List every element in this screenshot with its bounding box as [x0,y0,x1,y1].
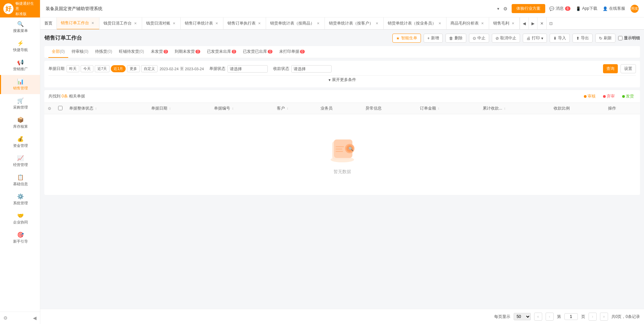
tab-0[interactable]: 首页 [40,17,57,30]
tab-close-3[interactable]: ✕ [172,21,176,26]
sidebar-item-10[interactable]: 🤝企业协同 [0,209,40,228]
filter-tab-3[interactable]: 旺铺待发货(0) [116,46,147,58]
page-number-input[interactable] [564,313,578,320]
sidebar-item-2[interactable]: 📢营销推广 [0,56,40,75]
page-size-select[interactable]: 50 100 200 [514,313,531,320]
date-label: 单据日期 [48,66,65,72]
sidebar-item-5[interactable]: 📦库存核算 [0,113,40,132]
settings-bottom-icon[interactable]: ⚙ [3,315,8,321]
collapse-sidebar-icon[interactable]: ◀ [33,315,37,321]
data-table: ⚙ 单据整体状态 ↕ 单据日期 ↕ 单据编号 ↕ 客户 ↕ 业务员 异常信息 订… [44,103,640,114]
show-detail-checkbox[interactable] [618,36,622,40]
col-checkbox[interactable] [55,103,66,114]
filter-tab-5[interactable]: 到期未发货0 [171,46,204,58]
tab-close-5[interactable]: ✕ [257,21,262,26]
print-btn[interactable]: 🖨 打印 ▾ [523,34,547,43]
sidebar-item-9[interactable]: ⚙️系统管理 [0,190,40,209]
tab-9[interactable]: 商品毛利分析表✕ [446,17,489,30]
delete-btn[interactable]: 🗑 删除 [445,34,466,43]
approve-btn[interactable]: 审核 [582,93,598,100]
filter-tab-1[interactable]: 待审核(0) [68,46,92,58]
tab-4[interactable]: 销售订单统计表✕ [181,17,223,30]
stop-btn[interactable]: ⊙ 中止 [469,34,489,43]
tab-nav-1[interactable]: ▶ [528,17,537,30]
prev-page-btn[interactable]: ‹ [546,313,554,321]
topbar-right: 💬 消息 6 📱 App下载 👤 在线客服 用友 [549,5,639,13]
tab-10[interactable]: 销售毛利✕ [489,17,520,30]
sidebar-item-1[interactable]: ⚡快捷导航 [0,37,40,56]
system-dropdown-icon[interactable]: ▾ [497,6,499,11]
tab-3[interactable]: 钱货日清对账✕ [142,17,181,30]
sidebar-item-8[interactable]: 📋基础信息 [0,171,40,190]
tab-5[interactable]: 销售订单执行表✕ [223,17,266,30]
tab-7[interactable]: 销货单统计表（按客户）✕ [325,17,384,30]
sidebar-item-3[interactable]: 📊销售管理 [0,75,40,94]
tab-8[interactable]: 销货单统计表（按业务员）✕ [384,17,446,30]
tab-close-1[interactable]: ✕ [90,21,95,25]
date-btn-custom[interactable]: 自定义 [141,65,158,72]
status-select[interactable]: 请选择 [227,65,268,73]
industry-btn[interactable]: 体验行业方案 [512,4,545,13]
tab-nav-2[interactable]: ✕ [537,17,546,30]
tab-6[interactable]: 销货单统计表（按商品）✕ [266,17,325,30]
first-page-btn[interactable]: « [534,313,542,321]
show-detail-label[interactable]: 显示明细 [618,35,640,41]
date-btn-7days[interactable]: 近7天 [95,65,110,72]
tab-nav-3[interactable]: ⊡ [546,17,555,30]
sidebar-item-11[interactable]: 🎯新手引导 [0,228,40,247]
last-page-btn[interactable]: » [600,313,608,321]
filter-tab-2[interactable]: 待拣货(0) [92,46,116,58]
filter-tab-0[interactable]: 全部(0) [48,46,68,58]
query-btn[interactable]: 查询 [603,64,618,73]
tab-close-9[interactable]: ✕ [480,21,485,26]
app-download-btn[interactable]: 📱 App下载 [576,6,597,11]
date-btn-1month[interactable]: 近1月 [111,65,126,72]
import-btn[interactable]: ⬇ 导入 [550,34,570,43]
tab-close-4[interactable]: ✕ [214,21,219,26]
filter-tab-4[interactable]: 未发货0 [147,46,172,58]
filter-tab-6[interactable]: 已发货未出库0 [204,46,240,58]
sidebar-item-4[interactable]: 🛒采购管理 [0,94,40,113]
sidebar-item-6[interactable]: 💰资金管理 [0,132,40,152]
online-service-btn[interactable]: 👤 在线客服 [603,6,625,11]
date-btn-yesterday[interactable]: 昨天 [67,65,79,72]
next-page-btn[interactable]: › [589,313,597,321]
tab-close-10[interactable]: ✕ [511,21,515,26]
add-btn[interactable]: + 新增 [424,34,443,43]
tab-1[interactable]: 销售订单工作台✕ [57,17,99,30]
topbar-gear-icon[interactable]: ⚙ [503,6,508,11]
cancel-stop-btn[interactable]: ⊘ 取消中止 [492,34,520,43]
expand-btn[interactable]: ▾ 展开更多条件 [329,77,356,83]
col-settings[interactable]: ⚙ [44,103,55,114]
smart-btn[interactable]: ★ 智能生单 [392,34,421,43]
deliver-btn[interactable]: 发货 [620,93,636,100]
filter-tab-7[interactable]: 已发货已出库0 [240,46,276,58]
tab-close-6[interactable]: ✕ [316,21,320,26]
filter-tab-8[interactable]: 未打印单据0 [276,46,308,58]
tab-nav-0[interactable]: ◀ [520,17,528,30]
expand-icon: ▾ [329,78,331,82]
date-btn-today[interactable]: 今天 [81,65,93,72]
filter-count-2: (0) [107,49,112,54]
date-input-range: 2023-02-24 至 2023-03-24 [160,66,204,71]
refresh-btn[interactable]: ↻ 刷新 [595,34,615,43]
sidebar-item-7[interactable]: 📈经营管理 [0,152,40,171]
message-icon: 💬 [549,6,554,11]
logo: 好 畅捷通好生意 标准版 [0,0,40,17]
export-btn[interactable]: ⬆ 导出 [572,34,593,43]
sidebar-label-5: 库存核算 [13,124,28,129]
tab-close-7[interactable]: ✕ [375,21,379,26]
payment-select[interactable]: 请选择 [291,65,332,73]
count-link[interactable]: 0条 [61,94,68,98]
sidebar-item-0[interactable]: 🔍搜索菜单 [0,17,40,37]
select-all-checkbox[interactable] [58,106,62,110]
user-menu[interactable]: 用友 [631,5,639,13]
settings-btn[interactable]: 设置 [620,64,636,73]
tab-close-8[interactable]: ✕ [437,21,442,26]
date-btn-more[interactable]: 更多 [127,65,140,72]
tab-2[interactable]: 钱货日清工作台✕ [99,17,142,30]
sidebar-icon-11: 🎯 [17,232,24,238]
reject-btn[interactable]: 弃审 [601,93,617,100]
message-btn[interactable]: 💬 消息 6 [549,6,570,11]
tab-close-2[interactable]: ✕ [133,21,138,26]
